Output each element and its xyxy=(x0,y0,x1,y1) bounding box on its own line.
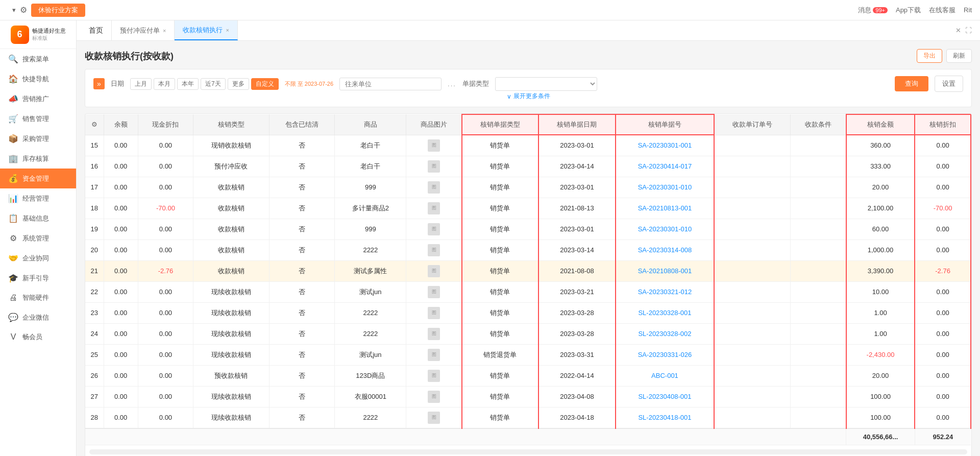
cell-receipt-condition xyxy=(791,365,846,386)
verify-bill-no-link[interactable]: SL-20230408-001 xyxy=(638,393,691,400)
sidebar-item-6[interactable]: 💰资金管理 xyxy=(0,169,76,188)
cell-receipt-condition xyxy=(791,281,846,302)
tab-expand-icon[interactable]: ⛶ xyxy=(965,27,972,34)
tab-close-icon[interactable]: ✕ xyxy=(955,27,961,34)
footer-row: 40,556,66... 952.24 xyxy=(85,428,971,445)
cell-cash-discount: 0.00 xyxy=(138,177,193,198)
cell-verify-amount: 20.00 xyxy=(846,365,915,386)
online-support[interactable]: 在线客服 xyxy=(929,6,955,15)
app-download[interactable]: App下载 xyxy=(896,6,921,15)
cell-include-settled: 否 xyxy=(269,323,335,344)
user-name[interactable]: Rit xyxy=(964,6,972,14)
verify-bill-no-link[interactable]: SA-20230321-012 xyxy=(638,288,692,296)
tab-verify[interactable]: 收款核销执行 × xyxy=(175,20,237,40)
sidebar-icon-5: 🏢 xyxy=(8,154,18,163)
cell-verify-bill-no: SA-20230301-001 xyxy=(616,135,715,156)
cell-receipt-order-no xyxy=(714,135,791,156)
this-month-btn[interactable]: 本月 xyxy=(154,78,175,90)
verify-bill-no-link[interactable]: SA-20230301-010 xyxy=(638,183,692,191)
verify-bill-no-link[interactable]: SA-20230301-001 xyxy=(638,141,692,149)
page-content: 收款核销执行(按收款) 导出 刷新 » 日期 上月 本月 本年 近7天 更多 xyxy=(77,41,980,456)
cell-receipt-order-no xyxy=(714,323,791,344)
expand-filter-btn[interactable]: ∨ 展开更多条件 xyxy=(507,92,550,101)
message-item[interactable]: 消息 99+ xyxy=(858,6,888,15)
this-year-btn[interactable]: 本年 xyxy=(177,78,199,90)
cell-cash-discount: 0.00 xyxy=(138,239,193,260)
content-area: 首页 预付冲应付单 × 收款核销执行 × ✕ ⛶ 收款核销执行(按收款) 导 xyxy=(77,20,980,456)
cell-receipt-order-no xyxy=(714,198,791,219)
cell-product-img: 图 xyxy=(406,177,462,198)
refresh-button[interactable]: 刷新 xyxy=(946,49,972,63)
bill-type-select[interactable] xyxy=(495,77,597,91)
message-badge: 99+ xyxy=(873,7,888,13)
sidebar-icon-11: 🎓 xyxy=(8,273,18,283)
sidebar-item-3[interactable]: 🛒销售管理 xyxy=(0,109,76,129)
main-table: ⚙ 余额 现金折扣 核销类型 包含已结清 商品 商品图片 核销单据类型 核销单据… xyxy=(85,114,971,445)
table-body: 15 0.00 0.00 现销收款核销 否 老白干 图 销货单 2023-03-… xyxy=(85,135,971,428)
sidebar-item-13[interactable]: 💬企业微信 xyxy=(0,307,76,327)
top-bar: ▾ ⚙ 休验行业方案 消息 99+ App下载 在线客服 Rit xyxy=(0,0,980,20)
counterpart-dots[interactable]: ... xyxy=(448,80,456,88)
sidebar-icon-13: 💬 xyxy=(8,313,18,322)
sidebar-item-14[interactable]: V畅会员 xyxy=(0,327,76,347)
table-scrollbar[interactable] xyxy=(89,449,967,454)
expand-icon: ∨ xyxy=(507,93,511,100)
verify-bill-no-link[interactable]: SA-20230414-017 xyxy=(638,162,692,170)
cell-verify-bill-no: SL-20230418-001 xyxy=(616,407,715,428)
verify-bill-no-link[interactable]: SL-20230328-001 xyxy=(638,309,691,317)
verify-tab-close[interactable]: × xyxy=(226,27,229,33)
query-button[interactable]: 查询 xyxy=(895,76,928,91)
cell-verify-bill-type: 销货单 xyxy=(462,407,538,428)
sidebar-icon-0: 🔍 xyxy=(8,54,18,64)
verify-bill-no-link[interactable]: SA-20210813-001 xyxy=(638,204,692,212)
tab-prepay[interactable]: 预付冲应付单 × xyxy=(112,20,175,40)
sidebar-item-5[interactable]: 🏢库存核算 xyxy=(0,149,76,169)
counterpart-input[interactable] xyxy=(339,78,442,90)
brand-dropdown[interactable]: ▾ xyxy=(12,6,16,14)
last-month-btn[interactable]: 上月 xyxy=(130,78,152,90)
verify-bill-no-link[interactable]: SA-20230301-010 xyxy=(638,225,692,233)
sidebar-item-9[interactable]: ⚙系统管理 xyxy=(0,228,76,248)
sidebar-item-12[interactable]: 🖨智能硬件 xyxy=(0,288,76,307)
date-filter-buttons: 上月 本月 本年 近7天 更多 自定义 xyxy=(130,78,279,90)
table-row: 27 0.00 0.00 现续收款核销 否 衣服00001 图 销货单 2023… xyxy=(85,386,971,407)
verify-bill-no-link[interactable]: SA-20210808-001 xyxy=(638,267,692,275)
verify-bill-no-link[interactable]: SL-20230418-001 xyxy=(638,414,691,421)
cell-verify-amount: -2,430.00 xyxy=(846,344,915,365)
solution-button[interactable]: 休验行业方案 xyxy=(31,4,85,17)
sidebar-item-2[interactable]: 📣营销推广 xyxy=(0,89,76,109)
verify-bill-no-link[interactable]: SA-20230314-008 xyxy=(638,246,692,254)
filter-collapse-btn[interactable]: » xyxy=(93,78,105,89)
sidebar-item-7[interactable]: 📊经营管理 xyxy=(0,188,76,208)
sidebar-label-13: 企业微信 xyxy=(22,313,49,322)
cell-balance: 0.00 xyxy=(104,219,138,239)
custom-date-btn[interactable]: 自定义 xyxy=(251,78,279,90)
tab-bar: 首页 预付冲应付单 × 收款核销执行 × ✕ ⛶ xyxy=(77,20,980,41)
settings-icon[interactable]: ⚙ xyxy=(20,5,27,15)
tab-home[interactable]: 首页 xyxy=(81,20,112,40)
sidebar-item-8[interactable]: 📋基础信息 xyxy=(0,208,76,228)
export-button[interactable]: 导出 xyxy=(917,49,942,63)
cell-cash-discount: 0.00 xyxy=(138,219,193,239)
sidebar-item-10[interactable]: 🤝企业协同 xyxy=(0,248,76,268)
verify-bill-no-link[interactable]: SL-20230328-002 xyxy=(638,330,691,338)
more-date-btn[interactable]: 更多 xyxy=(228,78,249,90)
prepay-tab-close[interactable]: × xyxy=(163,28,166,34)
sidebar-item-4[interactable]: 📦采购管理 xyxy=(0,129,76,149)
sidebar-item-11[interactable]: 🎓新手引导 xyxy=(0,268,76,288)
col-product-img: 商品图片 xyxy=(406,114,462,135)
cell-verify-bill-no: SA-20230301-010 xyxy=(616,219,715,239)
sidebar-items: 🔍搜索菜单🏠快捷导航📣营销推广🛒销售管理📦采购管理🏢库存核算💰资金管理📊经营管理… xyxy=(0,49,76,347)
cell-balance: 0.00 xyxy=(104,302,138,323)
footer-verify-discount: 952.24 xyxy=(915,428,971,445)
sidebar-item-0[interactable]: 🔍搜索菜单 xyxy=(0,49,76,69)
filter-settings-button[interactable]: 设置 xyxy=(935,76,963,92)
cell-product: 2222 xyxy=(335,239,406,260)
last-7days-btn[interactable]: 近7天 xyxy=(201,78,226,90)
sidebar-item-1[interactable]: 🏠快捷导航 xyxy=(0,69,76,89)
verify-bill-no-link[interactable]: SA-20230331-026 xyxy=(638,351,692,358)
cell-receipt-order-no xyxy=(714,281,791,302)
cell-product-img: 图 xyxy=(406,407,462,428)
col-gear[interactable]: ⚙ xyxy=(85,114,104,135)
verify-bill-no-link[interactable]: ABC-001 xyxy=(651,372,678,379)
